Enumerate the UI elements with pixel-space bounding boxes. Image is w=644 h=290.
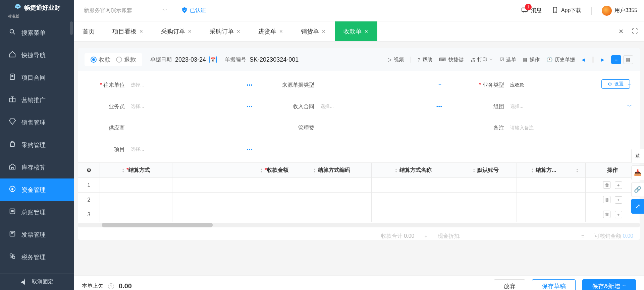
sidebar-item-project-contract[interactable]: 项目合同	[0, 66, 74, 89]
sidebar-item-ledger[interactable]: 总账管理	[0, 201, 74, 223]
nav-next[interactable]: ▶	[601, 57, 604, 62]
help-icon[interactable]: ?	[108, 283, 114, 289]
tabs-close-all[interactable]: ✕	[616, 27, 625, 36]
toolbar-select[interactable]: ☑选单	[500, 57, 516, 63]
th-settle-method[interactable]: ▲▼*结算方式	[100, 163, 172, 178]
cell[interactable]	[172, 207, 292, 222]
operator-input[interactable]: 选择... •••	[129, 101, 254, 112]
sidebar-item-tax[interactable]: 税务管理	[0, 246, 74, 268]
delete-row-button[interactable]: 🗑	[603, 181, 610, 189]
close-icon[interactable]: ✕	[364, 29, 368, 34]
sidebar-item-inventory[interactable]: 库存核算	[0, 156, 74, 178]
sidebar-scrollbar[interactable]	[70, 21, 73, 35]
cell[interactable]	[517, 207, 571, 222]
sidebar-item-finance[interactable]: 资金管理	[0, 178, 74, 201]
source-type-input[interactable]: ﹀	[319, 79, 443, 91]
toolbar-history[interactable]: 🕑历史单据	[546, 57, 575, 63]
sticky-inbox[interactable]: 📥	[631, 165, 644, 180]
add-row-button[interactable]: ＋	[615, 211, 622, 218]
tab-goods-in[interactable]: 进货单 ✕	[250, 21, 292, 41]
toolbar-print[interactable]: 🖨打印﹀	[470, 57, 493, 63]
table-row[interactable]: 2 🗑 ＋	[78, 193, 640, 207]
bill-date-value[interactable]: 2023-03-24	[175, 56, 206, 63]
cell[interactable]	[372, 193, 455, 207]
cell[interactable]	[372, 178, 455, 193]
cell[interactable]	[292, 193, 372, 207]
group-input[interactable]: 选择... ﹀	[509, 101, 633, 112]
user-action[interactable]: 用户3355	[602, 6, 637, 16]
tabs-expand[interactable]: ⛶	[631, 27, 639, 36]
cell[interactable]	[172, 193, 292, 207]
close-icon[interactable]: ✕	[188, 29, 192, 34]
cell[interactable]	[100, 178, 172, 193]
tab-purchase-order-1[interactable]: 采购订单 ✕	[152, 21, 201, 41]
nav-prev[interactable]: ◀	[582, 57, 585, 62]
more-icon[interactable]: •••	[247, 104, 253, 109]
save-new-button[interactable]: 保存&新增 ﹀	[582, 279, 636, 290]
tab-receipt[interactable]: 收款单 ✕	[335, 21, 377, 41]
sidebar-collapse[interactable]: ◀▏ 取消固定	[0, 273, 74, 290]
app-download-action[interactable]: App下载	[552, 6, 581, 15]
sidebar-item-purchase[interactable]: 采购管理	[0, 134, 74, 156]
more-icon[interactable]: •••	[436, 104, 442, 109]
close-icon[interactable]: ✕	[279, 29, 283, 34]
project-input[interactable]: 选择... •••	[129, 144, 254, 155]
messages-action[interactable]: 1 消息	[521, 6, 542, 15]
more-icon[interactable]: •••	[247, 82, 253, 88]
toolbar-shortcut[interactable]: ⌨快捷键	[439, 57, 464, 63]
cell[interactable]	[571, 178, 585, 193]
cell[interactable]	[100, 207, 172, 222]
mgmt-fee-input[interactable]	[319, 122, 443, 134]
cell[interactable]	[455, 207, 517, 222]
cell[interactable]	[292, 178, 372, 193]
delete-row-button[interactable]: 🗑	[603, 211, 610, 218]
sticky-attachment[interactable]: 🔗	[631, 182, 644, 197]
chevron-down-icon[interactable]: ﹀	[627, 103, 632, 110]
sidebar-item-invoice[interactable]: 发票管理	[0, 223, 74, 246]
sticky-fullscreen[interactable]: ⤢	[631, 199, 644, 214]
toolbar-video[interactable]: ▷视频	[388, 57, 404, 63]
chevron-down-icon[interactable]: ﹀	[627, 82, 632, 88]
sidebar-item-search[interactable]: 搜索菜单	[0, 21, 74, 44]
close-icon[interactable]: ✕	[236, 29, 240, 34]
view-list-toggle[interactable]: ≡	[611, 55, 621, 64]
toolbar-help[interactable]: ?帮助	[418, 57, 432, 63]
table-row[interactable]: 3 🗑 ＋	[78, 207, 640, 222]
cell[interactable]	[455, 193, 517, 207]
biz-type-input[interactable]: 应收款 ﹀	[509, 79, 633, 91]
cell[interactable]	[372, 207, 455, 222]
th-settle-code[interactable]: ▲▼结算方式编码	[292, 163, 372, 178]
account-selector[interactable]: 新服务官网演示账套 ﹀	[74, 7, 181, 14]
close-icon[interactable]: ✕	[322, 29, 326, 34]
cell[interactable]	[172, 178, 292, 193]
sidebar-item-quicknav[interactable]: 快捷导航	[0, 44, 74, 66]
table-row[interactable]: 1 🗑 ＋	[78, 178, 640, 193]
radio-refund[interactable]: 退款	[116, 56, 136, 64]
tab-home[interactable]: 首页	[74, 21, 104, 41]
tab-project-board[interactable]: 项目看板 ✕	[104, 21, 152, 41]
add-row-button[interactable]: ＋	[615, 196, 622, 204]
sidebar-item-sales[interactable]: 销售管理	[0, 111, 74, 134]
tab-purchase-order-2[interactable]: 采购订单 ✕	[201, 21, 250, 41]
th-receipt-amount[interactable]: ▲▼*收款金额	[172, 163, 292, 178]
income-contract-input[interactable]: 选择... •••	[319, 101, 443, 112]
close-icon[interactable]: ✕	[139, 29, 143, 34]
more-icon[interactable]: •••	[247, 147, 253, 152]
view-grid-toggle[interactable]: ▦	[623, 55, 633, 64]
remark-input[interactable]: 请输入备注	[509, 122, 633, 134]
cell[interactable]	[571, 193, 585, 207]
table-hscrollbar[interactable]	[78, 223, 640, 227]
save-draft-button[interactable]: 保存草稿	[532, 279, 576, 290]
th-default-account[interactable]: ▲▼默认账号	[455, 163, 517, 178]
scrollbar-thumb[interactable]	[102, 223, 213, 227]
th-settle-name[interactable]: ▲▼结算方式名称	[372, 163, 455, 178]
sticky-draft[interactable]: 草	[631, 149, 644, 163]
chevron-down-icon[interactable]: ﹀	[438, 82, 442, 88]
cell[interactable]	[100, 193, 172, 207]
sidebar-item-marketing[interactable]: 营销推广	[0, 89, 74, 111]
calendar-icon[interactable]: 📅	[209, 56, 217, 63]
th-settle-title[interactable]: ▲▼结算方...	[517, 163, 571, 178]
cell[interactable]	[292, 207, 372, 222]
cell[interactable]	[517, 193, 571, 207]
cell[interactable]	[517, 178, 571, 193]
